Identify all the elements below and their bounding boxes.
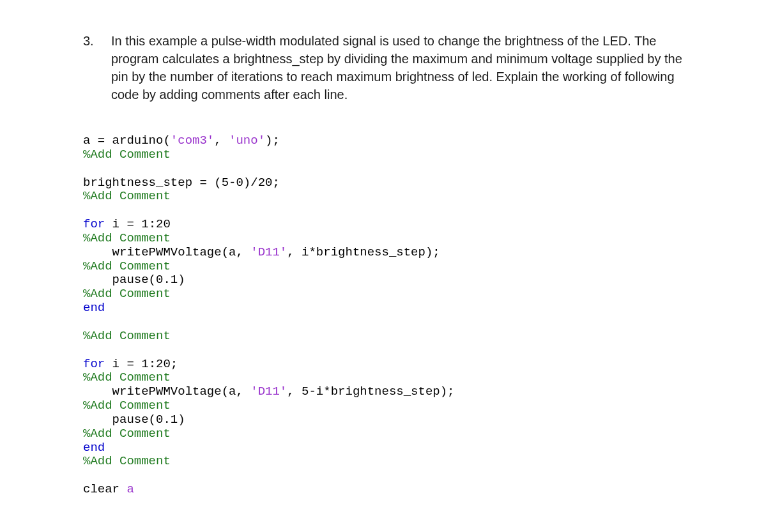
code-var-a: a (126, 482, 134, 496)
code-string-d11-1: 'D11' (250, 245, 287, 259)
code-comment-2: %Add Comment (83, 148, 171, 162)
code-comment-10: %Add Comment (83, 259, 171, 273)
code-comment-18: %Add Comment (83, 370, 171, 384)
code-keyword-for-7: for (83, 217, 105, 231)
code-line-1-a: a = arduino( (83, 133, 171, 148)
code-comment-24: %Add Comment (83, 454, 171, 468)
code-line-4: brightness_step = (5-0)/20; (83, 176, 280, 190)
code-line-11: pause(0.1) (83, 273, 185, 287)
code-comment-15: %Add Comment (83, 329, 171, 343)
code-line-7b: i = 1:20 (105, 217, 171, 231)
code-string-d11-2: 'D11' (250, 384, 287, 399)
code-line-1-e: ); (265, 133, 280, 148)
code-string-com3: 'com3' (171, 133, 214, 148)
code-keyword-end-23: end (83, 441, 105, 455)
code-line-26a: clear (83, 482, 126, 496)
question-block: 3. In this example a pulse-width modulat… (83, 32, 690, 103)
code-line-17b: i = 1:20; (105, 357, 178, 371)
question-text: In this example a pulse-width modulated … (111, 32, 690, 103)
code-line-1-c: , (214, 133, 229, 148)
code-block: a = arduino('com3', 'uno'); %Add Comment… (83, 134, 690, 497)
code-keyword-for-17: for (83, 357, 105, 371)
code-comment-8: %Add Comment (83, 231, 171, 245)
code-comment-20: %Add Comment (83, 399, 171, 413)
code-line-19a: writePWMVoltage(a, (83, 384, 250, 399)
code-line-9a: writePWMVoltage(a, (83, 245, 250, 259)
code-line-9c: , i*brightness_step); (287, 245, 440, 259)
question-number: 3. (83, 32, 111, 103)
code-comment-12: %Add Comment (83, 287, 171, 301)
code-string-uno: 'uno' (229, 133, 265, 148)
code-line-21: pause(0.1) (83, 413, 185, 427)
code-line-19c: , 5-i*brightness_step); (287, 384, 454, 399)
code-comment-5: %Add Comment (83, 189, 171, 203)
code-keyword-end-13: end (83, 301, 105, 315)
code-comment-22: %Add Comment (83, 427, 171, 441)
